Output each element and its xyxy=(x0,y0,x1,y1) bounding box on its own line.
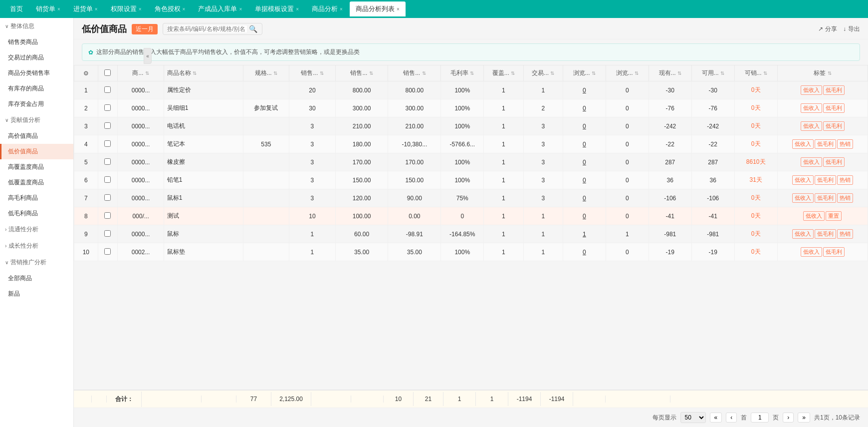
row-checkbox-cell xyxy=(98,225,118,243)
col-profitrate-header[interactable]: 毛利率 ⇅ xyxy=(441,65,484,81)
nav-purchase-order[interactable]: 进货单 × xyxy=(67,1,104,16)
nav-product-stock[interactable]: 产成品入库单 × xyxy=(192,1,248,16)
sidebar-item-stock-goods[interactable]: 有库存的商品 xyxy=(0,81,73,96)
nav-close-sales[interactable]: × xyxy=(57,6,60,12)
page-number-input[interactable] xyxy=(751,413,769,423)
col-stock1-header[interactable]: 现有... ⇅ xyxy=(649,65,691,81)
nav-close-permission[interactable]: × xyxy=(139,6,142,12)
nav-close-product-stock[interactable]: × xyxy=(239,6,242,12)
nav-goods-analysis-list[interactable]: 商品分析列表 × xyxy=(350,1,406,16)
nav-close-goods-list[interactable]: × xyxy=(397,6,400,12)
select-all-checkbox[interactable] xyxy=(104,69,111,76)
sidebar-item-all-goods[interactable]: 全部商品 xyxy=(0,271,73,286)
sidebar-item-high-margin[interactable]: 高毛利商品 xyxy=(0,190,73,206)
col-saleprice-header[interactable]: 销售... ⇅ xyxy=(335,65,388,81)
browse1-link[interactable]: 0 xyxy=(583,141,586,148)
browse1-link[interactable]: 0 xyxy=(583,249,586,256)
time-filter-btn[interactable]: 近一月 xyxy=(132,24,158,34)
sidebar-group-liquidity[interactable]: › 流通性分析 xyxy=(0,221,73,238)
search-icon[interactable]: 🔍 xyxy=(249,25,257,33)
nav-close-role[interactable]: × xyxy=(183,6,186,12)
col-sellable-header[interactable]: 可销... ⇅ xyxy=(734,65,777,81)
col-name-header[interactable]: 商品名称 ⇅ xyxy=(164,65,243,81)
prev-page-btn[interactable]: ‹ xyxy=(726,413,737,423)
page-size-select[interactable]: 50 100 200 xyxy=(680,412,706,423)
nav-close-template[interactable]: × xyxy=(296,6,299,12)
row-tags: 低收入低毛利热销 xyxy=(777,171,868,189)
nav-home[interactable]: 首页 xyxy=(4,1,29,16)
row-checkbox[interactable] xyxy=(104,248,111,255)
col-coverage-header[interactable]: 覆盖... ⇅ xyxy=(484,65,523,81)
col-spec-header[interactable]: 规格... ⇅ xyxy=(243,65,289,81)
col-browse1-header[interactable]: 浏览... ⇅ xyxy=(563,65,606,81)
row-checkbox[interactable] xyxy=(104,86,111,93)
nav-sales-order[interactable]: 销货单 × xyxy=(30,1,66,16)
next-page-btn[interactable]: › xyxy=(783,413,794,423)
nav-goods-analysis[interactable]: 商品分析 × xyxy=(306,1,349,16)
sidebar-item-sales-goods[interactable]: 销售类商品 xyxy=(0,34,73,50)
nav-close-purchase[interactable]: × xyxy=(95,6,98,12)
col-settings-header[interactable]: ⚙ xyxy=(74,65,98,81)
browse1-link[interactable]: 0 xyxy=(583,105,586,112)
row-checkbox[interactable] xyxy=(104,230,111,237)
first-page-btn[interactable]: « xyxy=(710,413,722,423)
info-bar: ✿ 这部分商品的销售收入大幅低于商品平均销售收入，价值不高，可考虑调整营销策略，… xyxy=(82,43,860,61)
row-checkbox[interactable] xyxy=(104,140,111,147)
row-tags: 低收入低毛利热销 xyxy=(777,225,868,243)
browse1-link[interactable]: 0 xyxy=(583,87,586,94)
col-browse2-header[interactable]: 浏览... ⇅ xyxy=(606,65,649,81)
browse1-link[interactable]: 0 xyxy=(583,195,586,202)
sidebar-item-low-value[interactable]: 低价值商品 xyxy=(0,144,73,159)
sidebar-group-overview[interactable]: ∨ 整体信息 xyxy=(0,18,73,34)
sidebar-item-low-margin[interactable]: 低毛利商品 xyxy=(0,206,73,221)
row-checkbox[interactable] xyxy=(104,104,111,111)
nav-role-auth[interactable]: 角色授权 × xyxy=(149,1,192,16)
sidebar-item-stock-capital[interactable]: 库存资金占用 xyxy=(0,96,73,112)
browse1-link[interactable]: 1 xyxy=(583,231,586,238)
last-page-btn[interactable]: » xyxy=(798,413,810,423)
row-checkbox[interactable] xyxy=(104,122,111,129)
row-checkbox[interactable] xyxy=(104,212,111,219)
sidebar-item-traded-goods[interactable]: 交易过的商品 xyxy=(0,50,73,65)
row-stock1: -22 xyxy=(649,135,691,153)
sidebar-group-growth[interactable]: › 成长性分析 xyxy=(0,238,73,254)
nav-permission[interactable]: 权限设置 × xyxy=(105,1,148,16)
share-btn[interactable]: ↗ 分享 xyxy=(818,25,837,33)
row-sale-qty: 3 xyxy=(289,117,336,135)
col-stock2-header[interactable]: 可用... ⇅ xyxy=(691,65,734,81)
export-btn[interactable]: ↓ 导出 xyxy=(843,25,860,33)
col-trade-header[interactable]: 交易... ⇅ xyxy=(523,65,563,81)
row-checkbox[interactable] xyxy=(104,176,111,183)
nav-template[interactable]: 单据模板设置 × xyxy=(249,1,305,16)
sidebar-item-high-coverage[interactable]: 高覆盖度商品 xyxy=(0,159,73,175)
sidebar-item-new-goods[interactable]: 新品 xyxy=(0,286,73,302)
col-check-header[interactable] xyxy=(98,65,118,81)
row-checkbox-cell xyxy=(98,189,118,207)
row-checkbox[interactable] xyxy=(104,194,111,201)
table-scroll-container[interactable]: ⚙ 商... ⇅ 商品名称 ⇅ 规格... ⇅ 销售... ⇅ 销售... ⇅ … xyxy=(74,65,868,390)
sidebar-group-marketing[interactable]: ∨ 营销推广分析 xyxy=(0,254,73,271)
row-checkbox[interactable] xyxy=(104,158,111,165)
nav-close-goods-analysis[interactable]: × xyxy=(340,6,343,12)
footer-sale-qty: 77 xyxy=(236,392,271,406)
search-input[interactable] xyxy=(167,25,247,32)
sidebar-item-low-coverage[interactable]: 低覆盖度商品 xyxy=(0,175,73,190)
row-browse2: 1 xyxy=(606,225,649,243)
sidebar-collapse-btn[interactable]: « xyxy=(144,48,152,64)
row-checkbox-cell xyxy=(98,81,118,99)
browse1-link[interactable]: 0 xyxy=(583,123,586,130)
row-sellable: 0天 xyxy=(734,243,777,261)
row-sale-price: 210.00 xyxy=(335,117,388,135)
sidebar-group-contribution[interactable]: ∨ 贡献值分析 xyxy=(0,112,73,128)
row-coverage: 1 xyxy=(484,81,523,99)
browse1-link[interactable]: 0 xyxy=(583,159,586,166)
col-code-header[interactable]: 商... ⇅ xyxy=(118,65,164,81)
col-saleamount-header[interactable]: 销售... ⇅ xyxy=(388,65,441,81)
col-saleqty-header[interactable]: 销售... ⇅ xyxy=(289,65,336,81)
row-checkbox-cell xyxy=(98,171,118,189)
browse1-link[interactable]: 0 xyxy=(583,177,586,184)
sidebar-item-high-value[interactable]: 高价值商品 xyxy=(0,128,73,144)
sidebar-item-category-sales[interactable]: 商品分类销售率 xyxy=(0,65,73,81)
col-tag-header[interactable]: 标签 ⇅ xyxy=(777,65,868,81)
browse1-link[interactable]: 0 xyxy=(583,213,586,220)
